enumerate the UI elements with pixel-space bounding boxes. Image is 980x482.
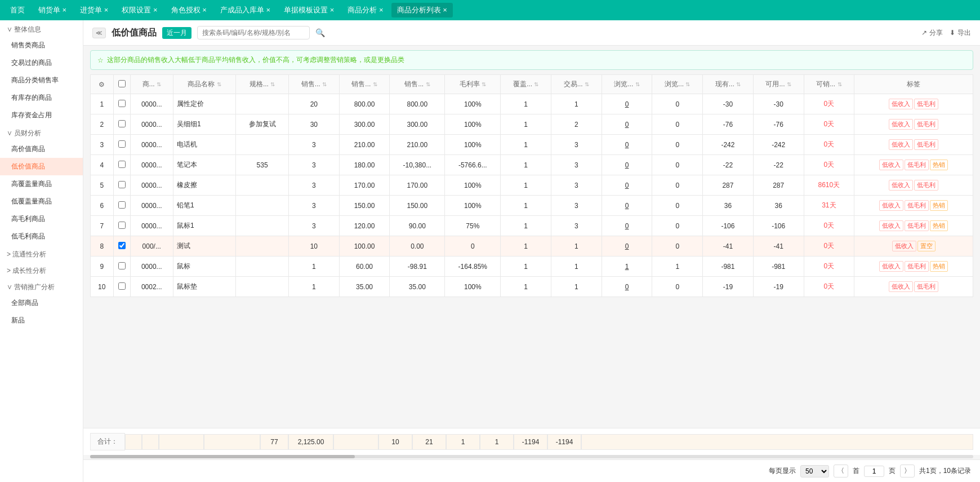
row-col7[interactable]: 0 (602, 196, 652, 216)
nav-sales-order[interactable]: 销货单 × (33, 3, 72, 17)
nav-product-analysis-list[interactable]: 商品分析列表 × (391, 3, 453, 17)
col-margin[interactable]: 毛利率 ⇅ (445, 75, 501, 94)
row-select-checkbox[interactable] (118, 262, 126, 269)
page-input[interactable] (864, 466, 884, 477)
sidebar-item-inventory-capital[interactable]: 库存资金占用 (0, 107, 83, 124)
sidebar-item-low-margin[interactable]: 低毛利商品 (0, 228, 83, 245)
view-link[interactable]: 0 (625, 161, 629, 169)
nav-product-analysis[interactable]: 商品分析 × (342, 3, 389, 17)
row-col7[interactable]: 0 (602, 216, 652, 236)
row-col7[interactable]: 0 (602, 135, 652, 155)
view-link[interactable]: 0 (625, 222, 629, 230)
search-input[interactable] (197, 26, 310, 39)
row-col7[interactable]: 0 (602, 94, 652, 114)
row-name[interactable]: 属性定价 (173, 94, 235, 114)
per-page-select[interactable]: 50 100 200 (800, 465, 829, 477)
nav-template[interactable]: 单据模板设置 × (278, 3, 340, 17)
row-col7[interactable]: 0 (602, 155, 652, 175)
col-view2[interactable]: 浏览... ⇅ (652, 75, 703, 94)
row-select-checkbox[interactable] (118, 181, 126, 188)
col-coverage[interactable]: 覆盖... ⇅ (501, 75, 551, 94)
col-current[interactable]: 现有... ⇅ (703, 75, 754, 94)
row-name[interactable]: 鼠标1 (173, 216, 235, 236)
col-sales3[interactable]: 销售... ⇅ (390, 75, 445, 94)
col-settings[interactable]: ⚙ (91, 75, 114, 94)
nav-permissions[interactable]: 权限设置 × (116, 3, 163, 17)
row-select-checkbox[interactable] (118, 100, 126, 107)
row-name[interactable]: 电话机 (173, 135, 235, 155)
row-name[interactable]: 笔记本 (173, 155, 235, 175)
row-name[interactable]: 吴细细1 (173, 114, 235, 135)
row-col7[interactable]: 0 (602, 277, 652, 297)
col-spec[interactable]: 规格... ⇅ (236, 75, 289, 94)
sidebar-item-high-coverage[interactable]: 高覆盖量商品 (0, 175, 83, 193)
sidebar-group-circulation[interactable]: > 流通性分析 (0, 245, 83, 262)
row-checkbox[interactable] (113, 277, 130, 297)
view-link[interactable]: 0 (625, 121, 629, 129)
sidebar-item-new-products[interactable]: 新品 (0, 312, 83, 329)
filter-tag-button[interactable]: 近一月 (162, 27, 191, 39)
row-col7[interactable]: 0 (602, 236, 652, 257)
view-link[interactable]: 0 (625, 283, 629, 291)
row-checkbox[interactable] (113, 236, 130, 257)
first-page-button[interactable]: 〈 (834, 465, 848, 477)
settings-icon[interactable]: ⚙ (99, 81, 105, 89)
row-select-checkbox[interactable] (118, 222, 126, 229)
col-view1[interactable]: 浏览... ⇅ (602, 75, 652, 94)
row-checkbox[interactable] (113, 94, 130, 114)
col-sales2[interactable]: 销售... ⇅ (339, 75, 390, 94)
row-checkbox[interactable] (113, 114, 130, 135)
share-button[interactable]: ↗ 分享 (921, 28, 943, 38)
row-checkbox[interactable] (113, 257, 130, 277)
sidebar-item-high-value[interactable]: 高价值商品 (0, 140, 83, 158)
col-name[interactable]: 商品名称 ⇅ (173, 75, 235, 94)
row-checkbox[interactable] (113, 175, 130, 196)
sidebar-item-in-stock-products[interactable]: 有库存的商品 (0, 89, 83, 107)
sidebar-group-employee-finance[interactable]: ∨ 员财分析 (0, 124, 83, 140)
row-col7[interactable]: 0 (602, 114, 652, 135)
row-name[interactable]: 鼠标 (173, 257, 235, 277)
sidebar-group-overall[interactable]: ∨ 整体信息 (0, 20, 83, 37)
sidebar-item-low-coverage[interactable]: 低覆盖量商品 (0, 193, 83, 210)
select-all-checkbox[interactable] (118, 80, 126, 87)
row-checkbox[interactable] (113, 216, 130, 236)
row-col7[interactable]: 1 (602, 257, 652, 277)
sidebar-group-marketing[interactable]: ∨ 营销推广分析 (0, 278, 83, 294)
view-link[interactable]: 0 (625, 202, 629, 210)
view-link[interactable]: 0 (625, 182, 629, 189)
next-page-button[interactable]: 〉 (900, 465, 915, 477)
sidebar-item-all-products[interactable]: 全部商品 (0, 294, 83, 312)
row-select-checkbox[interactable] (118, 242, 126, 249)
nav-home[interactable]: 首页 (5, 3, 30, 17)
view-link[interactable]: 0 (625, 242, 629, 250)
row-select-checkbox[interactable] (118, 140, 126, 148)
row-select-checkbox[interactable] (118, 161, 126, 168)
col-tags[interactable]: 标签 (854, 75, 973, 94)
nav-purchase-order[interactable]: 进货单 × (74, 3, 114, 17)
sidebar-group-growth[interactable]: > 成长性分析 (0, 262, 83, 278)
view-link[interactable]: 0 (625, 141, 629, 149)
sidebar-item-category-sales-rate[interactable]: 商品分类销售率 (0, 72, 83, 89)
row-name[interactable]: 鼠标垫 (173, 277, 235, 297)
row-select-checkbox[interactable] (118, 282, 126, 290)
nav-product-in[interactable]: 产成品入库单 × (215, 3, 276, 17)
row-name[interactable]: 铅笔1 (173, 196, 235, 216)
view-link[interactable]: 0 (625, 100, 629, 108)
collapse-sidebar-button[interactable]: ≪ (92, 28, 106, 38)
col-sales1[interactable]: 销售... ⇅ (288, 75, 339, 94)
row-checkbox[interactable] (113, 155, 130, 175)
row-checkbox[interactable] (113, 196, 130, 216)
col-available[interactable]: 可用... ⇅ (753, 75, 804, 94)
sidebar-item-traded-products[interactable]: 交易过的商品 (0, 54, 83, 72)
search-icon[interactable]: 🔍 (315, 28, 325, 37)
row-select-checkbox[interactable] (118, 201, 126, 209)
row-name[interactable]: 橡皮擦 (173, 175, 235, 196)
row-checkbox[interactable] (113, 135, 130, 155)
row-select-checkbox[interactable] (118, 120, 126, 127)
col-trade[interactable]: 交易... ⇅ (551, 75, 602, 94)
row-col7[interactable]: 0 (602, 175, 652, 196)
sidebar-item-sales-products[interactable]: 销售类商品 (0, 37, 83, 54)
col-checkbox[interactable] (113, 75, 130, 94)
table-container[interactable]: ⚙ 商... ⇅ 商品名称 ⇅ 规格... ⇅ 销售... ⇅ 销售... ⇅ … (83, 70, 980, 428)
sidebar-item-low-value[interactable]: 低价值商品 (0, 158, 83, 175)
